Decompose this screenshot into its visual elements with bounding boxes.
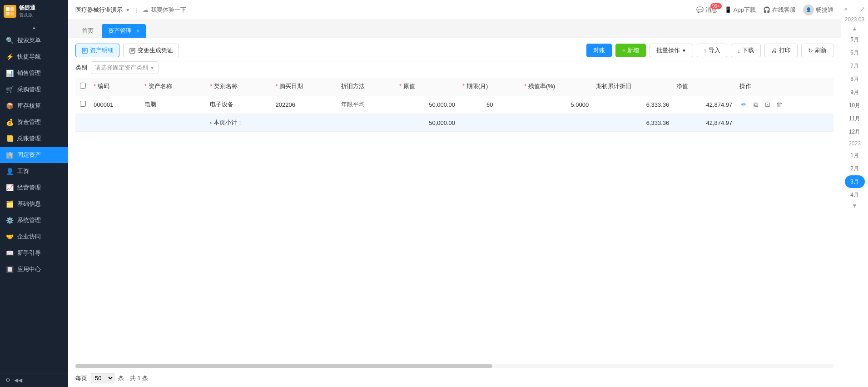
right-panel-close-button[interactable]: × (844, 5, 848, 13)
month-item[interactable]: 8月 (845, 73, 865, 85)
topbar-service[interactable]: 🎧 在线客服 (763, 6, 796, 14)
more-icon[interactable]: ⊡ (763, 100, 772, 109)
sidebar-item-collab-label: 企业协同 (17, 233, 41, 241)
topbar-app[interactable]: 📱 App下载 (724, 6, 756, 14)
logo-icon (4, 5, 16, 18)
sidebar-item-system[interactable]: ⚙️ 系统管理 (0, 212, 68, 228)
sidebar-item-search[interactable]: 🔍 搜索菜单 (0, 32, 68, 49)
import-button[interactable]: ↑ 导入 (697, 44, 727, 57)
sidebar-item-payroll-label: 工资 (17, 167, 29, 175)
sidebar-scroll-up[interactable]: ▲ (0, 23, 68, 32)
table-header-row: * 编码 * 资产名称 * 类别名称 * 购买日期 折旧方法 * 原值 * 期限… (75, 78, 833, 95)
download-button[interactable]: ↓ 下载 (731, 44, 761, 57)
th-period: * 期限(月) (459, 78, 521, 95)
sidebar-item-search-label: 搜索菜单 (17, 36, 41, 45)
select-all-checkbox[interactable] (80, 83, 86, 89)
right-panel: × ⤢ 2023.03 ▲ 5月6月7月8月9月10月11月12月 2023 1… (841, 0, 868, 387)
sidebar-item-basic[interactable]: 🗂️ 基础信息 (0, 196, 68, 212)
per-page-select[interactable]: 50 100 (91, 373, 114, 383)
tab-asset-detail[interactable]: 资产明细 (75, 44, 119, 57)
month-item[interactable]: 7月 (845, 60, 865, 72)
month-item[interactable]: 1月 (845, 149, 865, 162)
sidebar-item-funds[interactable]: 💰 资金管理 (0, 114, 68, 130)
pagination: 每页 50 100 条，共 1 条 (68, 369, 841, 387)
sales-icon: 📊 (5, 69, 14, 77)
sidebar-item-operations[interactable]: 📈 经营管理 (0, 179, 68, 196)
topbar-msg[interactable]: 💬 消息 99+ (696, 6, 717, 14)
right-panel-header: × ⤢ (841, 4, 868, 15)
sidebar: 畅捷通 普及版 ▲ 🔍 搜索菜单 ⚡ 快捷导航 📊 销售管理 🛒 采购管理 📦 … (0, 0, 68, 387)
th-code: * 编码 (90, 78, 141, 95)
refresh-button[interactable]: ↻ 刷新 (801, 44, 833, 57)
sidebar-item-ledger[interactable]: 📒 总账管理 (0, 130, 68, 147)
filter-category-select[interactable]: 请选择固定资产类别 ▼ (91, 61, 159, 74)
sidebar-item-guide[interactable]: 📖 新手引导 (0, 245, 68, 261)
right-panel-expand-button[interactable]: ⤢ (860, 5, 865, 13)
month-item[interactable]: 10月 (845, 99, 865, 112)
month-item[interactable]: 6月 (845, 46, 865, 59)
tab-voucher-label: 变更生成凭证 (138, 46, 173, 55)
topbar-experience[interactable]: ☁ 我要体验一下 (143, 6, 186, 14)
tab-home[interactable]: 首页 (75, 24, 100, 38)
month-item[interactable]: 9月 (845, 86, 865, 99)
funds-icon: 💰 (5, 118, 14, 126)
tab-close-icon[interactable]: × (136, 27, 140, 34)
sidebar-item-sales[interactable]: 📊 销售管理 (0, 65, 68, 81)
th-depreciation-method: 折旧方法 (337, 78, 396, 95)
sidebar-item-ledger-label: 总账管理 (17, 134, 41, 143)
month-item[interactable]: 2月 (845, 162, 865, 175)
sidebar-header: 畅捷通 普及版 (0, 0, 68, 23)
month-item[interactable]: 12月 (845, 125, 865, 138)
th-initial-accumulated: 期初累计折旧 (592, 78, 673, 95)
collapse-icon[interactable]: ◀◀ (14, 377, 22, 383)
print-icon: 🖨 (771, 47, 777, 54)
guide-icon: 📖 (5, 249, 14, 257)
right-panel-scroll-down-button[interactable]: ▼ (851, 202, 858, 210)
content-toolbar: 资产明细 变更生成凭证 对账 + 新增 批量操作 ▼ ↑ 导入 (68, 38, 841, 61)
print-label: 打印 (779, 46, 791, 55)
sidebar-item-inventory[interactable]: 📦 库存核算 (0, 98, 68, 114)
print-button[interactable]: 🖨 打印 (764, 44, 798, 57)
topbar-msg-badge: 99+ (710, 3, 722, 9)
reconcile-button[interactable]: 对账 (586, 44, 612, 57)
sidebar-edition: 普及版 (19, 12, 35, 18)
month-item[interactable]: 3月 (845, 175, 865, 188)
sidebar-item-system-label: 系统管理 (17, 216, 41, 224)
right-panel-year: 2023.03 (845, 15, 864, 25)
sidebar-item-quicknav[interactable]: ⚡ 快捷导航 (0, 49, 68, 65)
edit-icon[interactable]: ✏ (739, 100, 749, 109)
month-item[interactable]: 4月 (845, 189, 865, 201)
batch-operation-button[interactable]: 批量操作 ▼ (650, 44, 693, 57)
new-button[interactable]: + 新增 (615, 44, 646, 57)
sidebar-item-fixed-assets[interactable]: 🏢 固定资产 (0, 147, 68, 163)
sidebar-item-payroll[interactable]: 👤 工资 (0, 163, 68, 179)
sidebar-item-funds-label: 资金管理 (17, 118, 41, 126)
cell-original-value: 50,000.00 (396, 95, 459, 114)
asset-detail-icon (81, 47, 88, 54)
download-label: 下载 (742, 46, 754, 55)
tab-voucher[interactable]: 变更生成凭证 (123, 44, 179, 57)
row-checkbox[interactable] (80, 101, 86, 107)
tab-asset-management[interactable]: 资产管理 × (102, 24, 146, 38)
search-icon: 🔍 (5, 36, 14, 45)
month-item[interactable]: 5月 (845, 33, 865, 46)
table-wrap: * 编码 * 资产名称 * 类别名称 * 购买日期 折旧方法 * 原值 * 期限… (68, 78, 841, 363)
svg-rect-1 (10, 7, 14, 11)
voucher-icon (129, 47, 135, 54)
horizontal-scrollbar[interactable] (68, 363, 841, 369)
th-purchase-date: * 购买日期 (272, 78, 337, 95)
sidebar-item-collab[interactable]: 🤝 企业协同 (0, 228, 68, 245)
system-icon: ⚙️ (5, 216, 14, 224)
refresh-label: 刷新 (815, 46, 827, 55)
import-label: 导入 (709, 46, 720, 55)
topbar-user[interactable]: 👤 畅捷通 (803, 5, 833, 15)
months-prev: 5月6月7月8月9月10月11月12月 (845, 33, 865, 139)
delete-icon[interactable]: 🗑 (775, 100, 784, 109)
settings-icon[interactable]: ⚙ (5, 377, 10, 383)
month-item[interactable]: 11月 (845, 112, 865, 125)
right-panel-scroll-up-button[interactable]: ▲ (851, 25, 858, 33)
topbar-company[interactable]: 医疗器械行业演示 ▼ (75, 6, 130, 14)
sidebar-item-purchase[interactable]: 🛒 采购管理 (0, 81, 68, 98)
sidebar-item-appstore[interactable]: 🔲 应用中心 (0, 261, 68, 278)
copy-icon[interactable]: ⧉ (751, 100, 760, 109)
